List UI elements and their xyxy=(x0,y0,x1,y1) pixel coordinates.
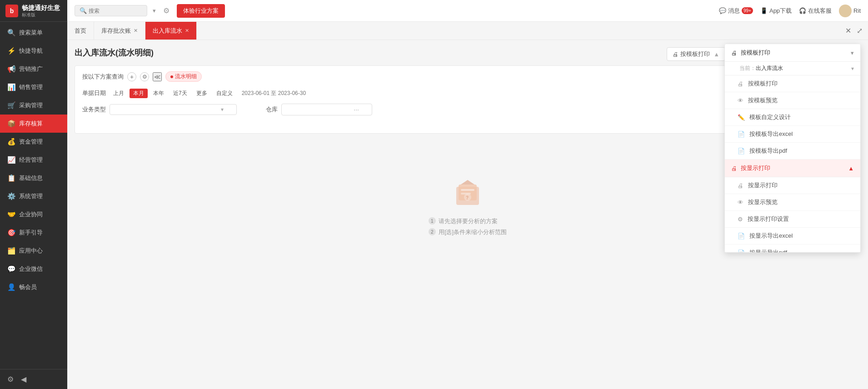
sidebar-item-search[interactable]: 🔍 搜索菜单 xyxy=(0,24,67,42)
logo-icon: b xyxy=(5,5,18,17)
header-gear-icon[interactable]: ⚙ xyxy=(163,6,170,15)
display-preview-item-label: 按显示预览 xyxy=(748,198,778,206)
svg-marker-4 xyxy=(461,180,474,185)
display-export-excel-icon: 📄 xyxy=(738,233,745,239)
message-icon: 💬 xyxy=(719,7,726,14)
date-option-current-year[interactable]: 本年 xyxy=(150,89,168,98)
sidebar-item-label: 应用中心 xyxy=(19,247,43,255)
sidebar-item-system[interactable]: ⚙️ 系统管理 xyxy=(0,187,67,205)
dropdown-item-display-preview[interactable]: 👁 按显示预览 xyxy=(725,194,860,211)
sidebar-item-operations[interactable]: 📈 经营管理 xyxy=(0,151,67,169)
finance-icon: 💰 xyxy=(7,138,15,146)
empty-tips: 1 请先选择要分析的方案 2 用[选]条件来缩小分析范围 xyxy=(429,217,507,239)
dropdown-item-template-customize[interactable]: ✏️ 模板自定义设计 xyxy=(725,109,860,126)
sidebar-item-basic[interactable]: 📋 基础信息 xyxy=(0,169,67,187)
display-print-section-header[interactable]: 🖨 按显示打印 ▲ xyxy=(725,160,860,177)
warehouse-more-btn[interactable]: ··· xyxy=(354,106,359,113)
message-btn[interactable]: 💬 消息 99+ xyxy=(719,7,753,15)
tab-close-all-btn[interactable]: ✕ xyxy=(843,25,853,37)
dropdown-item-template-print[interactable]: 🖨 按模板打印 xyxy=(725,75,860,92)
sidebar-item-label: 企业协同 xyxy=(19,210,43,219)
user-profile-btn[interactable]: Rit xyxy=(839,5,861,17)
current-template-arrow[interactable]: ▾ xyxy=(851,65,854,72)
dropdown-item-template-export-pdf[interactable]: 📄 按模板导出pdf xyxy=(725,143,860,160)
filter-tag-label: 流水明细 xyxy=(175,73,197,80)
printer-icon: 🖨 xyxy=(673,51,678,58)
search-icon: 🔍 xyxy=(80,7,87,14)
message-label: 消息 xyxy=(728,7,740,15)
search-icon: 🔍 xyxy=(7,29,15,37)
sidebar-item-label: 系统管理 xyxy=(19,192,43,200)
sidebar-item-quick-nav[interactable]: ⚡ 快捷导航 xyxy=(0,42,67,60)
date-option-custom[interactable]: 自定义 xyxy=(213,89,236,98)
filter-business-type-select[interactable]: ▾ xyxy=(110,104,237,115)
search-dropdown-icon[interactable]: ▾ xyxy=(153,7,156,14)
template-print-section-header[interactable]: 🖨 按模板打印 ▾ xyxy=(725,44,860,62)
app-download-btn[interactable]: 📱 App下载 xyxy=(760,7,792,15)
industry-solution-button[interactable]: 体验行业方案 xyxy=(177,4,225,18)
sidebar-item-purchase[interactable]: 🛒 采购管理 xyxy=(0,96,67,115)
sales-icon: 📊 xyxy=(7,83,15,91)
date-option-last-month[interactable]: 上月 xyxy=(110,89,128,98)
display-export-pdf-label: 按显示导出pdf xyxy=(749,249,787,253)
sidebar-item-appstore[interactable]: 🗂️ 应用中心 xyxy=(0,242,67,260)
template-print-collapse-icon[interactable]: ▾ xyxy=(851,50,854,56)
dropdown-item-display-export-excel[interactable]: 📄 按显示导出excel xyxy=(725,228,860,244)
sidebar-item-wechat[interactable]: 💬 企业微信 xyxy=(0,260,67,278)
display-print-settings-icon: ⚙ xyxy=(738,216,743,223)
dropdown-item-template-export-excel[interactable]: 📄 按模板导出excel xyxy=(725,126,860,143)
sidebar-item-inventory[interactable]: 📦 库存核算 xyxy=(0,115,67,133)
top-header: 🔍 ▾ ⚙ 体验行业方案 💬 消息 99+ 📱 App下载 🎧 在线客服 Rit xyxy=(67,0,868,22)
dropdown-item-display-export-pdf[interactable]: 📄 按显示导出pdf xyxy=(725,244,860,253)
display-preview-item-icon: 👁 xyxy=(738,199,743,206)
inventory-icon: 📦 xyxy=(7,120,15,128)
dropdown-item-display-print[interactable]: 🖨 按显示打印 xyxy=(725,177,860,194)
display-print-collapse-icon[interactable]: ▲ xyxy=(848,165,854,172)
template-export-pdf-icon: 📄 xyxy=(738,148,745,155)
search-input[interactable] xyxy=(89,8,139,14)
template-export-excel-label: 按模板导出excel xyxy=(749,130,793,138)
tab-inventory-flow-label: 出入库流水 xyxy=(153,27,182,35)
tab-bar: 首页 库存批次账 ✕ 出入库流水 ✕ ✕ ⤢ xyxy=(67,22,868,40)
tab-home[interactable]: 首页 xyxy=(67,22,94,40)
template-print-btn[interactable]: 🖨 按模板打印 ▲ xyxy=(667,47,725,61)
filter-add-btn[interactable]: + xyxy=(127,72,136,81)
filter-tag[interactable]: 流水明细 xyxy=(165,71,202,82)
tab-inventory-flow-close[interactable]: ✕ xyxy=(185,28,189,34)
filter-collapse-btn[interactable]: ≪ xyxy=(153,72,162,81)
date-option-7days[interactable]: 近7天 xyxy=(170,89,191,98)
template-preview-item-label: 按模板预览 xyxy=(748,96,778,105)
sidebar-item-finance[interactable]: 💰 资金管理 xyxy=(0,133,67,151)
sidebar-item-sales[interactable]: 📊 销售管理 xyxy=(0,78,67,96)
template-print-dropdown-icon[interactable]: ▲ xyxy=(713,51,719,58)
current-template-prefix: 当前： xyxy=(739,65,756,72)
tab-batch-account[interactable]: 库存批次账 ✕ xyxy=(94,22,145,40)
filter-warehouse-select[interactable]: ··· xyxy=(281,104,372,115)
tab-maximize-btn[interactable]: ⤢ xyxy=(855,25,864,37)
date-option-current-month[interactable]: 本月 xyxy=(130,89,148,98)
sidebar-item-marketing[interactable]: 📢 营销推广 xyxy=(0,60,67,78)
template-export-excel-icon: 📄 xyxy=(738,131,745,138)
sidebar-item-enterprise[interactable]: 🤝 企业协同 xyxy=(0,205,67,224)
settings-footer-btn[interactable]: ⚙ xyxy=(7,375,14,384)
filter-gear-btn[interactable]: ⚙ xyxy=(140,72,149,81)
tab-batch-account-label: 库存批次账 xyxy=(101,27,131,35)
dropdown-item-template-preview[interactable]: 👁 按模板预览 xyxy=(725,92,860,109)
date-option-more[interactable]: 更多 xyxy=(193,89,211,98)
online-service-btn[interactable]: 🎧 在线客服 xyxy=(799,7,832,15)
display-print-settings-label: 按显示打印设置 xyxy=(748,215,789,223)
display-print-section-icon: 🖨 xyxy=(731,165,737,172)
sidebar-item-member[interactable]: 👤 畅会员 xyxy=(0,278,67,296)
header-search-box[interactable]: 🔍 xyxy=(75,5,147,16)
dropdown-item-display-print-settings[interactable]: ⚙ 按显示打印设置 xyxy=(725,211,860,228)
tab-batch-account-close[interactable]: ✕ xyxy=(134,28,138,34)
template-preview-item-icon: 👁 xyxy=(738,97,743,104)
tab-inventory-flow[interactable]: 出入库流水 ✕ xyxy=(145,22,197,40)
basic-icon: 📋 xyxy=(7,174,15,182)
purchase-icon: 🛒 xyxy=(7,101,15,110)
sidebar-item-label: 营销推广 xyxy=(19,65,43,73)
sidebar-item-label: 新手引导 xyxy=(19,229,43,237)
filter-business-type-label: 业务类型 xyxy=(82,105,106,114)
collapse-sidebar-btn[interactable]: ◀ xyxy=(21,375,26,384)
sidebar-item-guide[interactable]: 🎯 新手引导 xyxy=(0,224,67,242)
